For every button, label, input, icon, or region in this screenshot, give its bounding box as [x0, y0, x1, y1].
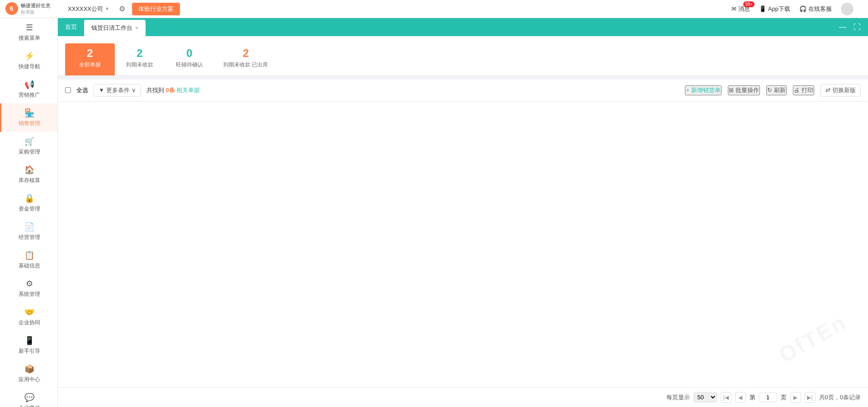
main-layout: ☰ 搜索菜单 ⚡ 快捷导航 📢 营销推广 🏪 销售管理 🛒 采购管理 🏠 库存核…	[0, 18, 868, 407]
add-order-btn[interactable]: + 新增销货单	[685, 85, 722, 95]
select-all-label: 全选	[76, 86, 88, 94]
online-service-btn[interactable]: 🎧 在线客服	[799, 5, 832, 13]
page-prev-btn[interactable]: ◀	[735, 392, 746, 403]
sidebar-item-guide[interactable]: 📱 新手引导	[0, 331, 57, 360]
tab-maximize-btn[interactable]: ⛶	[852, 22, 863, 33]
sidebar-label-quick-nav: 快捷导航	[19, 63, 40, 70]
toolbar-right: + 新增销货单 ⊞ 批量操作 ↻ 刷新 🖨 打印	[685, 84, 861, 97]
sidebar-icon-basic-info: 📋	[24, 250, 34, 260]
experience-btn[interactable]: 体验行业方案	[132, 3, 180, 15]
sidebar-item-search-menu[interactable]: ☰ 搜索菜单	[0, 18, 57, 47]
download-icon: 📱	[759, 5, 766, 12]
sidebar-icon-finance: 🔒	[24, 193, 34, 203]
related-link[interactable]: 相关单据	[176, 87, 200, 94]
sidebar-item-system[interactable]: ⚙ 系统管理	[0, 274, 57, 303]
page-first-btn[interactable]: |◀	[721, 392, 731, 403]
company-selector[interactable]: XXXXXX公司 ▼	[63, 5, 114, 13]
page-number-input[interactable]	[759, 393, 777, 402]
stat-num-all: 2	[74, 47, 106, 60]
sidebar-item-marketing[interactable]: 📢 营销推广	[0, 75, 57, 103]
add-icon: +	[686, 87, 689, 94]
online-service-label: 在线客服	[808, 5, 832, 13]
sidebar-item-finance[interactable]: 🔒 资金管理	[0, 189, 57, 217]
sidebar-item-quick-nav[interactable]: ⚡ 快捷导航	[0, 47, 57, 75]
total-info: 共0页，0条记录	[819, 393, 861, 402]
sidebar-icon-inventory: 🏠	[24, 165, 34, 175]
sidebar-label-inventory: 库存核算	[19, 177, 40, 184]
tab-minimize-btn[interactable]: —	[837, 22, 848, 33]
sidebar-item-wechat[interactable]: 💬 企业微信	[0, 388, 57, 407]
sidebar-icon-guide: 📱	[24, 336, 34, 346]
stat-num-overdue: 2	[124, 47, 156, 60]
stat-tab-pending[interactable]: 0 旺铺待确认	[165, 43, 214, 75]
sidebar-item-operations[interactable]: 📄 经营管理	[0, 217, 57, 246]
sidebar-label-marketing: 营销推广	[19, 91, 40, 99]
select-all-checkbox[interactable]	[65, 87, 71, 93]
page-last-btn[interactable]: ▶|	[805, 392, 816, 403]
found-prefix-text: 共找到	[146, 87, 164, 94]
page-label: 页	[781, 393, 787, 402]
settings-button[interactable]: ⚙	[116, 3, 128, 15]
sidebar-item-app-center[interactable]: 📦 应用中心	[0, 360, 57, 388]
sidebar-icon-system: ⚙	[26, 279, 33, 289]
app-logo-icon: 6	[5, 2, 18, 15]
top-bar: 6 畅捷通好生意 标准版 XXXXXX公司 ▼ ⚙ 体验行业方案 ✉ 消息 99…	[0, 0, 868, 18]
tab-active[interactable]: 钱货日清工作台 ×	[84, 20, 146, 36]
sidebar-item-purchase[interactable]: 🛒 采购管理	[0, 132, 57, 160]
stat-num-unshipped: 2	[223, 47, 268, 60]
sidebar-icon-search-menu: ☰	[26, 23, 33, 33]
app-download-btn[interactable]: 📱 App下载	[759, 5, 790, 13]
app-download-label: App下载	[768, 5, 790, 13]
table-area: OfTEn	[58, 102, 868, 387]
refresh-icon: ↻	[767, 87, 772, 94]
watermark: OfTEn	[774, 309, 851, 368]
logo-area: 6 畅捷通好生意 标准版	[5, 2, 63, 15]
avatar[interactable]	[841, 3, 854, 15]
tab-home-label: 首页	[65, 23, 77, 31]
message-btn[interactable]: ✉ 消息 99+	[731, 5, 750, 13]
found-prefix: 共找到 0条 相关单据	[146, 86, 200, 94]
message-badge: 99+	[743, 1, 755, 7]
app-name: 畅捷通好生意	[21, 2, 51, 9]
tab-active-label: 钱货日清工作台	[91, 24, 132, 32]
filter-button[interactable]: ▼ 更多条件 ∨	[94, 84, 141, 97]
switch-icon: ⇄	[826, 87, 830, 94]
sidebar-item-basic-info[interactable]: 📋 基础信息	[0, 246, 57, 274]
stat-label-pending: 旺铺待确认	[174, 61, 205, 69]
sidebar-label-system: 系统管理	[19, 290, 40, 298]
refresh-btn[interactable]: ↻ 刷新	[766, 85, 787, 95]
sidebar-icon-quick-nav: ⚡	[24, 51, 34, 61]
sidebar-label-basic-info: 基础信息	[19, 262, 40, 270]
company-name: XXXXXX公司	[68, 5, 103, 13]
batch-label: 批量操作	[736, 86, 759, 94]
stat-tab-unshipped[interactable]: 2 到期未收款 已出库	[214, 43, 277, 75]
app-badge: 标准版	[21, 9, 51, 15]
print-label: 打印	[802, 86, 813, 94]
sidebar-item-cooperation[interactable]: 🤝 企业协同	[0, 303, 57, 331]
print-btn[interactable]: 🖨 打印	[793, 85, 814, 95]
sidebar-icon-purchase: 🛒	[24, 136, 34, 146]
tab-close-btn[interactable]: ×	[135, 25, 138, 31]
stats-tabs: 2 全部单据 2 到期未收款 0 旺铺待确认 2 到期未收款 已出库	[58, 36, 868, 76]
sidebar-item-inventory[interactable]: 🏠 库存核算	[0, 160, 57, 189]
tab-home[interactable]: 首页	[58, 18, 84, 36]
stat-tab-overdue[interactable]: 2 到期未收款	[115, 43, 165, 75]
sidebar-icon-cooperation: 🤝	[24, 307, 34, 317]
page-size-select[interactable]: 50 10 20 100	[693, 392, 717, 402]
print-icon: 🖨	[794, 87, 800, 94]
message-icon: ✉	[731, 5, 736, 12]
page-di-label: 第	[750, 393, 755, 402]
sidebar-label-finance: 资金管理	[19, 205, 40, 213]
sidebar-icon-wechat: 💬	[24, 393, 34, 402]
sidebar-label-guide: 新手引导	[19, 347, 40, 355]
sidebar-icon-sales: 🏪	[24, 108, 34, 118]
service-icon: 🎧	[799, 5, 807, 12]
sidebar-label-search-menu: 搜索菜单	[19, 34, 40, 42]
sidebar-item-sales[interactable]: 🏪 销售管理	[0, 103, 57, 132]
batch-btn[interactable]: ⊞ 批量操作	[728, 85, 760, 95]
add-label: 新增销货单	[691, 86, 721, 94]
page-next-btn[interactable]: ▶	[790, 392, 801, 403]
switch-btn[interactable]: ⇄ 切换新版	[821, 84, 861, 97]
stat-tab-all[interactable]: 2 全部单据	[65, 43, 115, 75]
page-size-label: 每页显示	[666, 393, 690, 402]
